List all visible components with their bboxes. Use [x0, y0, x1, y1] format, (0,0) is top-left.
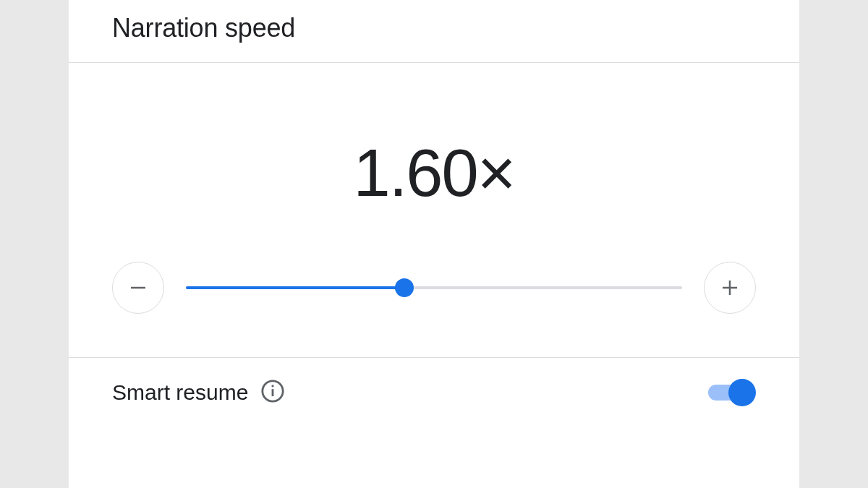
narration-title: Narration speed	[112, 13, 756, 43]
svg-rect-2	[729, 281, 731, 295]
smart-resume-row: Smart resume	[69, 358, 799, 407]
svg-rect-0	[131, 287, 145, 289]
smart-resume-left: Smart resume	[112, 380, 286, 406]
smart-resume-label: Smart resume	[112, 380, 248, 405]
plus-icon	[719, 277, 741, 299]
toggle-thumb	[728, 379, 756, 406]
svg-rect-5	[272, 385, 274, 388]
narration-header: Narration speed	[69, 0, 799, 63]
speed-slider[interactable]	[186, 279, 682, 296]
info-icon	[260, 379, 285, 406]
minus-icon	[127, 277, 149, 299]
slider-fill	[186, 286, 404, 289]
smart-resume-toggle[interactable]	[708, 378, 756, 407]
decrease-speed-button[interactable]	[112, 262, 164, 314]
speed-slider-row	[112, 262, 756, 314]
narration-speed-value: 1.60×	[112, 63, 756, 262]
smart-resume-info-button[interactable]	[260, 380, 286, 406]
increase-speed-button[interactable]	[704, 262, 756, 314]
svg-rect-4	[272, 389, 274, 396]
settings-panel: Narration speed 1.60× Smart r	[69, 0, 799, 488]
slider-thumb[interactable]	[395, 278, 414, 297]
narration-speed-section: 1.60×	[69, 63, 799, 358]
